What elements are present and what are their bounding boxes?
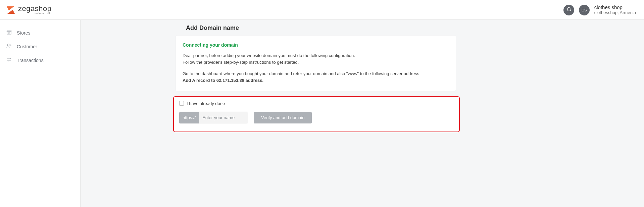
- logo[interactable]: zegashop make a profit: [5, 5, 51, 15]
- store-name: clothes shop: [594, 4, 636, 10]
- already-done-row[interactable]: I have already done: [179, 101, 454, 106]
- verify-add-domain-button[interactable]: Verify and add domain: [254, 112, 312, 123]
- card-heading: Connecting your domain: [183, 42, 449, 48]
- transactions-icon: [6, 57, 12, 64]
- notifications-button[interactable]: [563, 5, 574, 15]
- topbar: zegashop make a profit CS clothes shop c…: [0, 0, 644, 20]
- sidebar-item-stores[interactable]: Stores: [0, 26, 80, 40]
- sidebar-item-label: Transactions: [17, 58, 44, 63]
- url-prefix: https://: [179, 112, 199, 123]
- svg-point-1: [10, 45, 11, 46]
- avatar-initials: CS: [582, 8, 587, 12]
- info-line: Go to the dashboard where you bought you…: [183, 70, 449, 77]
- already-done-checkbox[interactable]: [179, 101, 184, 106]
- brand-name: zegashop: [18, 5, 51, 12]
- sidebar: Stores Customer Transactions: [0, 20, 81, 207]
- avatar[interactable]: CS: [579, 5, 590, 15]
- svg-point-0: [7, 44, 9, 46]
- store-icon: [6, 29, 12, 36]
- logo-mark-icon: [5, 5, 16, 15]
- info-line: Dear partner, before adding your website…: [183, 52, 449, 59]
- a-record-text: Add A record to 62.171.153.38 address.: [183, 78, 263, 83]
- info-line: Follow the provider's step-by-step instr…: [183, 59, 449, 66]
- page-title: Add Domain name: [81, 20, 644, 36]
- sidebar-item-label: Customer: [17, 44, 37, 49]
- topbar-right: CS clothes shop clothesshop, Armenia: [563, 4, 636, 15]
- main-content: Add Domain name Connecting your domain D…: [81, 20, 644, 207]
- info-card: Connecting your domain Dear partner, bef…: [176, 36, 456, 91]
- customer-icon: [6, 43, 12, 50]
- sidebar-item-transactions[interactable]: Transactions: [0, 53, 80, 67]
- checkbox-label: I have already done: [187, 101, 225, 106]
- domain-input[interactable]: [199, 112, 248, 123]
- sidebar-item-customer[interactable]: Customer: [0, 40, 80, 53]
- input-row: https:// Verify and add domain: [179, 112, 454, 123]
- store-info[interactable]: clothes shop clothesshop, Armenia: [594, 4, 636, 15]
- action-card: I have already done https:// Verify and …: [173, 96, 460, 132]
- info-line: Add A record to 62.171.153.38 address.: [183, 77, 449, 84]
- url-input-group: https://: [179, 112, 248, 123]
- store-location: clothesshop, Armenia: [594, 10, 636, 15]
- bell-icon: [566, 7, 572, 13]
- sidebar-item-label: Stores: [17, 30, 30, 36]
